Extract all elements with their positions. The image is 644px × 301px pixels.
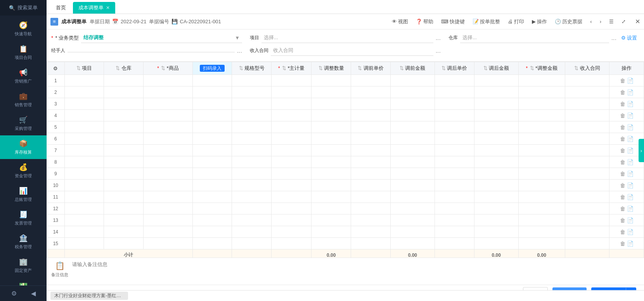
- cell-unit[interactable]: [272, 215, 312, 226]
- collapse-icon[interactable]: ◀: [31, 290, 36, 297]
- table-row[interactable]: 2 🗑 📄: [47, 86, 644, 98]
- cell-scan[interactable]: [192, 226, 232, 238]
- delete-icon[interactable]: 🗑: [620, 159, 625, 165]
- sidebar-item-fixed-assets[interactable]: 🏢 固定资产: [0, 254, 47, 277]
- sort-icon[interactable]: ⇅: [400, 65, 404, 71]
- cell-spec[interactable]: [232, 226, 272, 238]
- delete-icon[interactable]: 🗑: [620, 182, 625, 189]
- business-type-input[interactable]: 结存调整 ▼: [81, 33, 242, 43]
- sidebar-item-tax-mgmt[interactable]: 🏦 税务管理: [0, 230, 47, 254]
- cell-qty[interactable]: [312, 203, 351, 215]
- delete-icon[interactable]: 🗑: [620, 136, 625, 142]
- cell-scan[interactable]: [192, 180, 232, 191]
- cell-scan[interactable]: [192, 145, 232, 156]
- cell-pre-amount[interactable]: [390, 145, 435, 156]
- table-row[interactable]: 3 🗑 📄: [47, 98, 644, 110]
- cell-post-price[interactable]: [435, 75, 474, 86]
- cell-unit[interactable]: [272, 98, 312, 110]
- cell-pre-amount[interactable]: [390, 238, 435, 249]
- cell-pre-amount[interactable]: [390, 86, 435, 98]
- cell-pre-price[interactable]: [351, 110, 391, 121]
- delete-icon[interactable]: 🗑: [620, 171, 625, 177]
- cell-spec[interactable]: [232, 145, 272, 156]
- cell-product[interactable]: [143, 156, 192, 168]
- cell-income-contract[interactable]: [565, 180, 609, 191]
- cell-qty[interactable]: [312, 226, 351, 238]
- table-row[interactable]: 1 🗑 📄: [47, 75, 644, 86]
- cell-post-amount[interactable]: [474, 238, 518, 249]
- cell-qty[interactable]: [312, 75, 351, 86]
- cell-scan[interactable]: [192, 238, 232, 249]
- operate-btn[interactable]: ▶ 操作: [530, 17, 549, 26]
- copy-icon[interactable]: 📄: [627, 182, 634, 189]
- cell-pre-price[interactable]: [351, 203, 391, 215]
- cell-product[interactable]: [143, 145, 192, 156]
- cell-income-contract[interactable]: [565, 133, 609, 145]
- cell-spec[interactable]: [232, 203, 272, 215]
- copy-icon[interactable]: 📄: [627, 171, 634, 177]
- sidebar-item-purchase-mgmt[interactable]: 🛒 采购管理: [0, 112, 47, 135]
- cell-scan[interactable]: [192, 133, 232, 145]
- copy-icon[interactable]: 📄: [627, 240, 634, 247]
- cell-pre-price[interactable]: [351, 226, 391, 238]
- cell-unit[interactable]: [272, 238, 312, 249]
- table-row[interactable]: 6 🗑 📄: [47, 133, 644, 145]
- cell-qty[interactable]: [312, 86, 351, 98]
- delete-icon[interactable]: 🗑: [620, 147, 625, 154]
- cell-qty[interactable]: [312, 121, 351, 133]
- cell-warehouse[interactable]: [104, 121, 144, 133]
- table-row[interactable]: 4 🗑 📄: [47, 110, 644, 121]
- cell-pre-amount[interactable]: [390, 191, 435, 203]
- project-input[interactable]: 选择...: [261, 33, 433, 43]
- cell-warehouse[interactable]: [104, 180, 144, 191]
- table-row[interactable]: 5 🗑 📄: [47, 121, 644, 133]
- cell-adjust[interactable]: [518, 203, 565, 215]
- cell-scan[interactable]: [192, 121, 232, 133]
- delete-icon[interactable]: 🗑: [620, 112, 625, 119]
- cell-spec[interactable]: [232, 156, 272, 168]
- cell-post-price[interactable]: [435, 180, 474, 191]
- cell-post-price[interactable]: [435, 110, 474, 121]
- table-row[interactable]: 12 🗑 📄: [47, 203, 644, 215]
- table-row[interactable]: 13 🗑 📄: [47, 215, 644, 226]
- cell-post-price[interactable]: [435, 191, 474, 203]
- cell-post-price[interactable]: [435, 86, 474, 98]
- cell-pre-price[interactable]: [351, 145, 391, 156]
- cell-warehouse[interactable]: [104, 145, 144, 156]
- cell-pre-price[interactable]: [351, 121, 391, 133]
- cell-item[interactable]: [64, 133, 104, 145]
- cell-unit[interactable]: [272, 156, 312, 168]
- window-close-btn[interactable]: ✕: [635, 18, 640, 25]
- cell-adjust[interactable]: [518, 98, 565, 110]
- sidebar-item-sales-promo[interactable]: 📢 营销推广: [0, 64, 47, 88]
- col-scan[interactable]: 扫码录入: [192, 62, 232, 75]
- cell-income-contract[interactable]: [565, 156, 609, 168]
- warehouse-input[interactable]: 选择...: [460, 33, 609, 43]
- cell-unit[interactable]: [272, 168, 312, 180]
- copy-icon[interactable]: 📄: [627, 136, 634, 142]
- cell-qty[interactable]: [312, 238, 351, 249]
- cell-item[interactable]: [64, 215, 104, 226]
- cell-pre-amount[interactable]: [390, 180, 435, 191]
- cell-product[interactable]: [143, 110, 192, 121]
- cell-product[interactable]: [143, 133, 192, 145]
- cell-qty[interactable]: [312, 98, 351, 110]
- cell-spec[interactable]: [232, 238, 272, 249]
- cell-item[interactable]: [64, 226, 104, 238]
- cell-adjust[interactable]: [518, 86, 565, 98]
- cell-pre-price[interactable]: [351, 191, 391, 203]
- table-row[interactable]: 7 🗑 📄: [47, 145, 644, 156]
- warehouse-dots[interactable]: ...: [611, 35, 616, 42]
- cell-adjust[interactable]: [518, 191, 565, 203]
- cell-warehouse[interactable]: [104, 156, 144, 168]
- table-row[interactable]: 11 🗑 📄: [47, 191, 644, 203]
- cell-post-amount[interactable]: [474, 168, 518, 180]
- side-handle[interactable]: ›: [639, 139, 644, 162]
- cell-qty[interactable]: [312, 110, 351, 121]
- agent-dots[interactable]: ...: [237, 47, 242, 54]
- cell-warehouse[interactable]: [104, 86, 144, 98]
- cell-item[interactable]: [64, 168, 104, 180]
- scan-button[interactable]: 扫码录入: [200, 65, 225, 72]
- copy-icon[interactable]: 📄: [627, 147, 634, 154]
- cell-post-amount[interactable]: [474, 156, 518, 168]
